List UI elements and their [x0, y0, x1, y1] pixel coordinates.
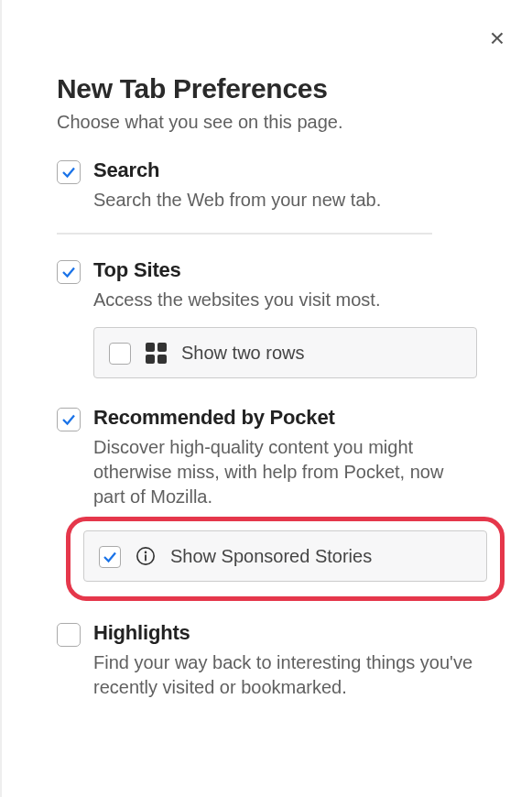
close-icon[interactable]: ×	[490, 26, 505, 51]
section-search-body: Search Search the Web from your new tab.	[93, 158, 477, 213]
checkmark-icon	[60, 264, 77, 280]
section-search: Search Search the Web from your new tab.	[57, 158, 477, 213]
grid-icon	[146, 343, 167, 364]
page-subtitle: Choose what you see on this page.	[57, 112, 477, 133]
section-highlights-desc: Find your way back to interesting things…	[93, 650, 477, 700]
sponsored-stories-label: Show Sponsored Stories	[170, 546, 372, 567]
divider	[57, 233, 432, 235]
info-icon[interactable]	[136, 546, 156, 566]
checkbox-search[interactable]	[57, 160, 81, 184]
section-highlights-body: Highlights Find your way back to interes…	[93, 621, 477, 700]
section-pocket-desc: Discover high-quality content you might …	[93, 435, 477, 509]
section-highlights: Highlights Find your way back to interes…	[57, 621, 477, 700]
show-two-rows-label: Show two rows	[181, 343, 305, 364]
section-search-desc: Search the Web from your new tab.	[93, 188, 477, 213]
section-highlights-label: Highlights	[93, 621, 477, 645]
checkmark-icon	[60, 411, 77, 428]
page-title: New Tab Preferences	[57, 73, 477, 104]
checkmark-icon	[102, 549, 118, 565]
new-tab-preferences-panel: × New Tab Preferences Choose what you se…	[0, 0, 532, 797]
sub-option-show-two-rows[interactable]: Show two rows	[93, 327, 477, 378]
section-pocket-body: Recommended by Pocket Discover high-qual…	[93, 406, 477, 601]
checkbox-show-two-rows[interactable]	[109, 343, 131, 365]
section-pocket: Recommended by Pocket Discover high-qual…	[57, 406, 477, 601]
sub-option-sponsored-stories[interactable]: Show Sponsored Stories	[83, 530, 487, 582]
checkbox-top-sites[interactable]	[57, 260, 81, 284]
section-top-sites-desc: Access the websites you visit most.	[93, 288, 477, 312]
checkmark-icon	[60, 164, 77, 180]
section-top-sites-body: Top Sites Access the websites you visit …	[93, 258, 477, 378]
section-top-sites-label: Top Sites	[93, 258, 477, 282]
highlight-annotation: Show Sponsored Stories	[66, 517, 505, 601]
checkbox-highlights[interactable]	[57, 623, 81, 647]
section-pocket-label: Recommended by Pocket	[93, 406, 477, 430]
checkbox-sponsored-stories[interactable]	[99, 546, 121, 568]
checkbox-pocket[interactable]	[57, 408, 81, 431]
svg-rect-2	[145, 554, 147, 561]
section-top-sites: Top Sites Access the websites you visit …	[57, 258, 477, 378]
svg-point-1	[145, 551, 147, 554]
section-search-label: Search	[93, 158, 477, 182]
